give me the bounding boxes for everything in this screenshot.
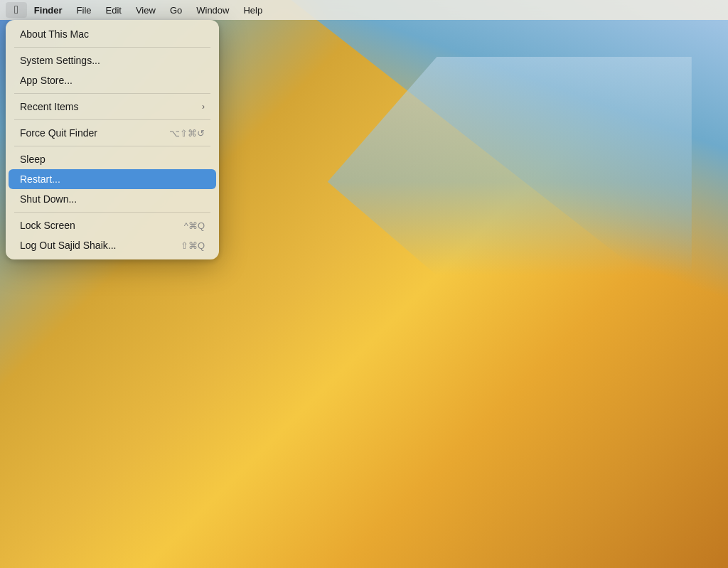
menu-item-shut-down[interactable]: Shut Down...	[9, 189, 216, 209]
menubar-item-file[interactable]: File	[70, 4, 99, 17]
menu-item-about-mac[interactable]: About This Mac	[9, 24, 216, 44]
separator-1	[14, 47, 210, 48]
menu-item-force-quit[interactable]: Force Quit Finder ⌥⇧⌘↺	[9, 123, 216, 143]
desktop:  Finder File Edit View Go Window Help A…	[0, 0, 728, 568]
separator-5	[14, 212, 210, 213]
menubar-item-edit[interactable]: Edit	[99, 4, 129, 17]
log-out-shortcut: ⇧⌘Q	[181, 240, 205, 251]
menu-item-log-out[interactable]: Log Out Sajid Shaik... ⇧⌘Q	[9, 235, 216, 255]
apple-dropdown-menu: About This Mac System Settings... App St…	[6, 20, 219, 259]
menubar-item-help[interactable]: Help	[236, 4, 269, 17]
menubar-item-window[interactable]: Window	[189, 4, 236, 17]
menu-item-restart[interactable]: Restart...	[9, 169, 216, 189]
separator-4	[14, 146, 210, 146]
apple-menu-trigger[interactable]: 	[6, 2, 27, 18]
separator-3	[14, 119, 210, 120]
menu-item-system-settings[interactable]: System Settings...	[9, 50, 216, 70]
menubar-item-go[interactable]: Go	[163, 4, 189, 17]
menubar:  Finder File Edit View Go Window Help	[0, 0, 728, 20]
lock-screen-shortcut: ^⌘Q	[184, 220, 205, 231]
menubar-item-view[interactable]: View	[129, 4, 163, 17]
separator-2	[14, 93, 210, 94]
menu-item-sleep[interactable]: Sleep	[9, 149, 216, 169]
menu-item-app-store[interactable]: App Store...	[9, 70, 216, 90]
force-quit-shortcut: ⌥⇧⌘↺	[169, 128, 205, 139]
chevron-right-icon: ›	[202, 102, 205, 112]
menubar-item-finder[interactable]: Finder	[27, 4, 70, 17]
menu-item-recent-items[interactable]: Recent Items ›	[9, 97, 216, 117]
menu-item-lock-screen[interactable]: Lock Screen ^⌘Q	[9, 215, 216, 235]
